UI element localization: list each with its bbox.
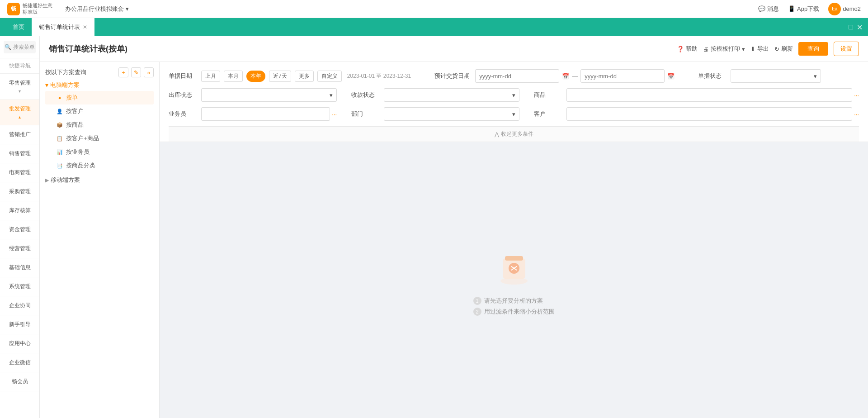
tab-bar: 首页 销售订单统计表 ✕ □ ✕ [0, 18, 868, 36]
scheme-item-by-product[interactable]: 📦 按商品 [45, 118, 154, 132]
sidebar-shortcut-nav[interactable]: 快捷导航 [0, 58, 39, 74]
sidebar-item-newbie[interactable]: 新手引导 [0, 315, 39, 334]
by-customer-product-icon: 📋 [56, 135, 63, 142]
customer-more-icon[interactable]: ··· [854, 111, 859, 118]
customer-input[interactable] [566, 107, 852, 121]
salesperson-input[interactable] [201, 107, 330, 121]
customer-filter-area: ··· [566, 107, 859, 121]
tab-close-icon[interactable]: ✕ [83, 24, 87, 30]
page-actions: ❓ 帮助 🖨 按模板打印 ▾ ⬇ 导出 ↻ 刷新 查询 设置 [677, 42, 859, 62]
sidebar-item-wholesale[interactable]: 批发管理 ▴ [0, 100, 39, 125]
sidebar-item-ecommerce[interactable]: 电商管理 [0, 163, 39, 182]
collapse-icon: ⋀ [495, 131, 499, 138]
scheme-add-button[interactable]: + [118, 67, 128, 77]
scheme-item-by-customer-product[interactable]: 📋 按客户+商品 [45, 132, 154, 145]
scheme-actions: + ✎ « [118, 67, 154, 77]
expected-date-end-input[interactable] [580, 69, 665, 83]
sidebar-item-retail[interactable]: 零售管理 ▾ [0, 74, 39, 100]
tab-home[interactable]: 首页 [5, 18, 32, 36]
scheme-item-by-category[interactable]: 📑 按商品分类 [45, 159, 154, 172]
sidebar-item-system[interactable]: 系统管理 [0, 277, 39, 296]
tab-sales-order-stats[interactable]: 销售订单统计表 ✕ [32, 18, 94, 36]
department-select[interactable]: ▾ [384, 107, 519, 121]
refresh-icon: ↻ [774, 46, 779, 52]
message-button[interactable]: 💬 消息 [758, 5, 779, 13]
date-btn-custom[interactable]: 自定义 [317, 71, 342, 82]
scheme-item-by-salesperson[interactable]: 📊 按业务员 [45, 145, 154, 159]
salesperson-more-icon[interactable]: ··· [332, 111, 337, 118]
message-icon: 💬 [758, 5, 765, 12]
chevron-down-icon: ▾ [512, 111, 515, 118]
date-btn-last-month[interactable]: 上月 [201, 71, 220, 82]
template-print-button[interactable]: 🖨 按模板打印 ▾ [703, 45, 745, 53]
empty-illustration [491, 245, 537, 291]
top-bar-right: 💬 消息 📱 App下载 Ea demo2 [758, 3, 861, 15]
sidebar-item-purchase[interactable]: 采购管理 [0, 182, 39, 201]
empty-tip-2: 2 用过滤条件来缩小分析范围 [473, 308, 555, 316]
main-layout: 🔍 搜索菜单 快捷导航 零售管理 ▾ 批发管理 ▴ 营销推广 销售管理 电商管理… [0, 36, 868, 418]
empty-state: 1 请先选择要分析的方案 2 用过滤条件来缩小分析范围 [160, 142, 868, 418]
top-bar: 畅 畅捷通好生意 标准版 办公用品行业模拟账套 ▾ 💬 消息 📱 App下载 E… [0, 0, 868, 18]
sidebar-item-basic[interactable]: 基础信息 [0, 258, 39, 277]
expected-date-range: 📅 — 📅 [475, 69, 675, 83]
scheme-section-mobile-header[interactable]: ▶ 移动端方案 [45, 176, 154, 184]
page-header: 销售订单统计表(按单) ❓ 帮助 🖨 按模板打印 ▾ ⬇ 导出 ↻ 刷新 [40, 36, 868, 62]
product-more-icon[interactable]: ··· [854, 92, 859, 99]
payment-status-select[interactable]: ▾ [384, 88, 519, 102]
calendar-start-icon[interactable]: 📅 [562, 73, 569, 80]
avatar: Ea [828, 3, 841, 15]
expected-date-start-input[interactable] [475, 69, 559, 83]
app-download-button[interactable]: 📱 App下载 [788, 5, 819, 13]
collapse-filters-button[interactable]: ⋀ 收起更多条件 [169, 126, 859, 142]
scheme-section-pc: ▾ 电脑端方案 ● 按单 👤 按客户 📦 按 [45, 81, 154, 172]
scheme-collapse-button[interactable]: « [144, 67, 154, 77]
settings-button[interactable]: 设置 [834, 42, 859, 56]
window-close-button[interactable]: ✕ [857, 23, 863, 32]
svg-rect-2 [505, 256, 523, 261]
scheme-section-mobile: ▶ 移动端方案 [45, 176, 154, 184]
print-icon: 🖨 [703, 46, 709, 52]
doc-status-select[interactable]: ▾ [731, 69, 821, 83]
empty-tip-1: 1 请先选择要分析的方案 [473, 297, 555, 305]
export-button[interactable]: ⬇ 导出 [750, 45, 769, 53]
logo-text: 畅捷通好生意 标准版 [23, 3, 52, 14]
filter-layout: 按以下方案查询 + ✎ « ▾ 电脑端方案 [40, 62, 868, 418]
product-input[interactable] [566, 88, 852, 102]
sidebar-item-enterprise[interactable]: 企业协同 [0, 296, 39, 315]
help-button[interactable]: ❓ 帮助 [677, 45, 698, 53]
sidebar-item-inventory[interactable]: 库存核算 [0, 201, 39, 220]
search-menu-button[interactable]: 🔍 搜索菜单 [4, 41, 36, 53]
date-btn-this-year[interactable]: 本年 [246, 71, 265, 82]
filter-row-1: 单据日期 上月 本月 本年 近7天 更多 自定义 2023-01-01 至 20… [169, 69, 859, 83]
window-restore-button[interactable]: □ [849, 23, 853, 32]
query-button[interactable]: 查询 [798, 42, 828, 56]
date-btn-this-month[interactable]: 本月 [224, 71, 243, 82]
user-profile[interactable]: Ea demo2 [828, 3, 861, 15]
sidebar-item-wechat[interactable]: 企业微信 [0, 353, 39, 372]
scheme-panel: 按以下方案查询 + ✎ « ▾ 电脑端方案 [40, 62, 160, 418]
company-selector[interactable]: 办公用品行业模拟账套 ▾ [65, 5, 129, 13]
filter-row-2: 出库状态 ▾ 收款状态 ▾ 商品 [169, 88, 859, 102]
chevron-down-icon: ▾ [330, 92, 333, 99]
scheme-section-pc-header[interactable]: ▾ 电脑端方案 [45, 81, 154, 89]
scheme-item-by-customer[interactable]: 👤 按客户 [45, 104, 154, 118]
page-title: 销售订单统计表(按单) [49, 43, 127, 60]
scheme-edit-button[interactable]: ✎ [131, 67, 141, 77]
shipment-status-select[interactable]: ▾ [201, 88, 337, 102]
sidebar-item-marketing[interactable]: 营销推广 [0, 125, 39, 144]
sidebar-item-operations[interactable]: 经营管理 [0, 239, 39, 258]
scheme-panel-header: 按以下方案查询 + ✎ « [45, 67, 154, 77]
refresh-button[interactable]: ↻ 刷新 [774, 45, 793, 53]
date-range-display: 2023-01-01 至 2023-12-31 [347, 72, 411, 80]
date-buttons-group: 上月 本月 本年 近7天 更多 自定义 [201, 71, 342, 82]
date-btn-more[interactable]: 更多 [295, 71, 314, 82]
calendar-end-icon[interactable]: 📅 [667, 73, 675, 80]
sidebar-search-area: 🔍 搜索菜单 [0, 36, 39, 58]
scheme-item-by-order[interactable]: ● 按单 [45, 91, 154, 104]
sidebar-item-apps[interactable]: 应用中心 [0, 334, 39, 353]
sidebar-item-finance[interactable]: 资金管理 [0, 220, 39, 239]
sidebar-item-sales[interactable]: 销售管理 [0, 144, 39, 163]
download-icon: 📱 [788, 5, 795, 12]
date-btn-last-7-days[interactable]: 近7天 [269, 71, 291, 82]
sidebar-item-member[interactable]: 畅会员 [0, 372, 39, 391]
